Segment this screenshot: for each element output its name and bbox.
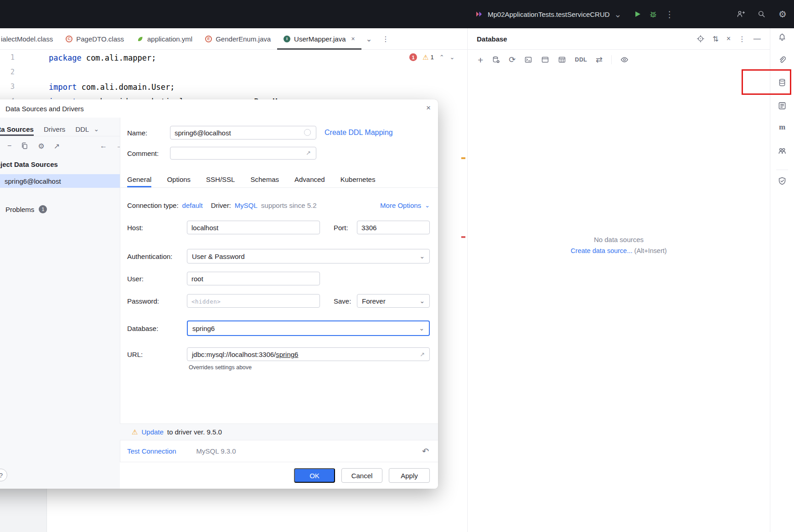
expand-comment-icon[interactable]: ↗ (306, 150, 311, 156)
host-input[interactable] (187, 221, 320, 234)
name-input[interactable] (170, 126, 316, 139)
expand-url-icon[interactable]: ↗ (420, 351, 425, 358)
window-icon[interactable] (541, 56, 549, 64)
maven-icon[interactable]: m (779, 123, 785, 132)
test-connection-link[interactable]: Test Connection (127, 447, 176, 455)
duplicate-icon[interactable] (21, 142, 29, 150)
undo-icon[interactable]: ↶ (422, 446, 429, 456)
authentication-select[interactable]: User & Password ⌄ (187, 249, 430, 263)
problems-section[interactable]: Problems 1 (5, 205, 47, 213)
ok-button[interactable]: OK (294, 468, 335, 483)
warning-count-badge[interactable]: ⚠ 1 (423, 54, 434, 61)
back-icon[interactable]: ← (100, 142, 107, 150)
tab-application-yml[interactable]: application.yml (130, 28, 199, 49)
tab-drivers[interactable]: Drivers (44, 122, 66, 136)
password-input[interactable] (187, 294, 320, 308)
chevron-down-icon[interactable]: ⌄ (614, 10, 622, 19)
error-count-badge[interactable]: 1 (409, 53, 417, 61)
close-icon[interactable]: × (727, 35, 731, 43)
comment-input[interactable] (170, 147, 316, 160)
line-number: 2 (1, 68, 15, 76)
refresh-icon[interactable]: ⟳ (509, 56, 516, 64)
url-input[interactable]: jdbc:mysql://localhost:3306/spring6 ↗ (187, 347, 430, 361)
more-tabs-chevron-icon[interactable]: ⌄ (93, 122, 99, 136)
update-driver-link[interactable]: Update (141, 428, 163, 436)
jump-to-console-icon[interactable] (524, 56, 532, 64)
shield-icon[interactable] (778, 176, 787, 186)
tab-schemas[interactable]: Schemas (250, 171, 279, 187)
close-tab-icon[interactable]: × (351, 35, 355, 42)
settings-gear-icon[interactable]: ⚙ (779, 10, 787, 19)
debug-button[interactable] (649, 10, 657, 18)
dialog-close-icon[interactable]: × (426, 103, 431, 113)
toolbar-separator (611, 55, 612, 64)
driver-value-link[interactable]: MySQL (235, 201, 258, 209)
tab-dialectmodel[interactable]: ialectModel.class (0, 28, 59, 49)
add-data-source-icon[interactable]: + (478, 55, 483, 65)
status-circle-icon (304, 129, 311, 136)
tab-ddl-mappings[interactable]: DDL Mappings (75, 122, 89, 136)
minimize-icon[interactable]: — (753, 35, 761, 43)
next-problem-icon[interactable]: ⌄ (450, 54, 455, 60)
save-select[interactable]: Forever ⌄ (357, 294, 430, 308)
tab-general[interactable]: General (127, 171, 151, 187)
connection-type-value[interactable]: default (182, 201, 203, 209)
host-row: Host: Port: (120, 220, 438, 235)
beans-icon[interactable] (778, 146, 787, 155)
dialog-title: Data Sources and Drivers (5, 105, 84, 113)
expand-collapse-icon[interactable]: ⇅ (712, 35, 718, 43)
problems-count-badge: 1 (39, 205, 47, 213)
paperclip-icon[interactable] (778, 56, 787, 65)
database-value: spring6 (192, 325, 215, 332)
gear-icon[interactable]: ⚙ (38, 142, 44, 150)
remove-icon[interactable]: − (7, 142, 11, 150)
tab-data-sources[interactable]: Data Sources (0, 122, 34, 136)
export-icon[interactable]: ↗ (54, 142, 60, 150)
hidden-tabs-chevron-icon[interactable]: ⌄ (366, 35, 372, 43)
create-ddl-mapping-link[interactable]: Create DDL Mapping (325, 126, 393, 139)
compare-icon[interactable]: ⇄ (596, 56, 603, 64)
tab-genderenum[interactable]: E GenderEnum.java (199, 28, 277, 49)
previous-problem-icon[interactable]: ⌃ (439, 54, 444, 60)
locate-icon[interactable] (696, 35, 705, 43)
options-kebab-icon[interactable]: ⋮ (738, 35, 746, 43)
tab-advanced[interactable]: Advanced (294, 171, 325, 187)
form-icon[interactable] (778, 101, 787, 110)
port-input[interactable] (357, 221, 430, 234)
cancel-button[interactable]: Cancel (341, 468, 382, 483)
ddl-button[interactable]: DDL (575, 57, 587, 63)
data-source-properties-icon[interactable] (492, 56, 500, 64)
notifications-bell-icon[interactable] (778, 32, 787, 41)
more-options-link[interactable]: More Options (380, 201, 421, 209)
data-source-item-selected[interactable]: spring6@localhost (0, 174, 120, 188)
run-configuration[interactable]: Mp02ApplicationTests.testServiceCRUD (488, 10, 610, 18)
apply-button[interactable]: Apply (389, 468, 430, 483)
dialog-titlebar[interactable]: Data Sources and Drivers × (0, 99, 438, 118)
class-icon: C (66, 36, 72, 42)
authentication-label: Authentication: (127, 248, 172, 264)
user-row: User: (120, 271, 438, 286)
password-row: Password: Save: Forever ⌄ (120, 293, 438, 309)
tab-pagedto[interactable]: C PageDTO.class (59, 28, 130, 49)
create-data-source-link[interactable]: Create data source... (571, 247, 632, 254)
url-row: URL: jdbc:mysql://localhost:3306/spring6… (120, 347, 438, 362)
inspections-widget[interactable]: 1 ⚠ 1 ⌃ ⌄ (409, 53, 455, 61)
tab-kubernetes[interactable]: Kubernetes (340, 171, 376, 187)
user-input[interactable] (187, 272, 320, 285)
add-user-icon[interactable] (737, 10, 745, 18)
database-select[interactable]: spring6 ⌄ (187, 320, 430, 336)
editor-tab-bar: ialectModel.class C PageDTO.class applic… (0, 28, 467, 50)
database-row: Database: spring6 ⌄ (120, 320, 438, 337)
tab-ssh-ssl[interactable]: SSH/SSL (206, 171, 235, 187)
tab-usermapper[interactable]: I UserMapper.java × (277, 28, 361, 49)
run-button[interactable] (634, 10, 642, 18)
preview-eye-icon[interactable] (620, 56, 629, 64)
warning-icon: ⚠ (423, 54, 428, 61)
more-actions-icon[interactable]: ⋮ (665, 10, 674, 19)
search-icon[interactable] (758, 10, 766, 18)
more-options-chevron-icon[interactable]: ⌄ (425, 202, 430, 209)
tab-options[interactable]: Options (167, 171, 191, 187)
tab-options-kebab-icon[interactable]: ⋮ (382, 35, 389, 43)
database-empty-state: No data sources Create data source... (A… (468, 236, 770, 254)
table-icon[interactable] (558, 56, 566, 64)
